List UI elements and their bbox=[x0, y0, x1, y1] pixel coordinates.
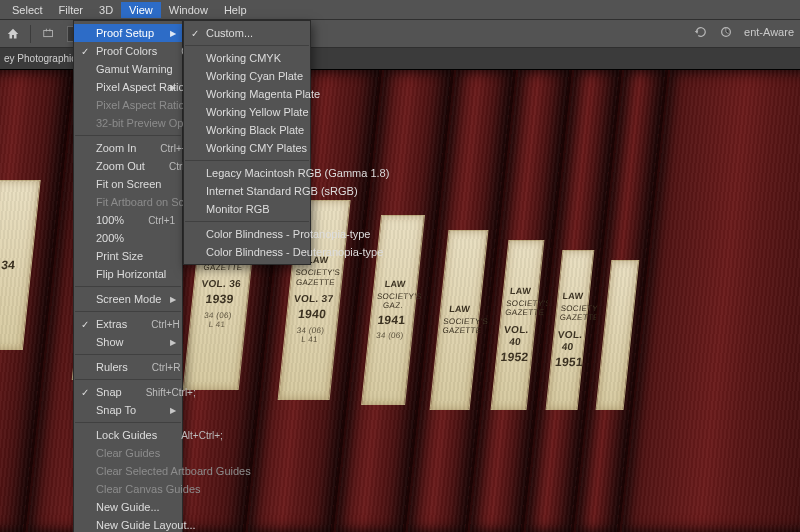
menu-item-label: Legacy Macintosh RGB (Gamma 1.8) bbox=[206, 167, 389, 179]
book-label bbox=[595, 260, 639, 410]
view-menu-item[interactable]: RulersCtrl+R bbox=[74, 358, 182, 376]
menu-item-label: Working Black Plate bbox=[206, 124, 304, 136]
menu-item-label: Clear Canvas Guides bbox=[96, 483, 201, 495]
proof-setup-item[interactable]: Custom... bbox=[184, 24, 310, 42]
menu-separator bbox=[75, 379, 181, 380]
menu-separator bbox=[75, 311, 181, 312]
menu-item-label: Color Blindness - Protanopia-type bbox=[206, 228, 370, 240]
menu-item-label: Monitor RGB bbox=[206, 203, 270, 215]
menu-item-label: Pixel Aspect Ratio bbox=[96, 81, 185, 93]
menubar-item-help[interactable]: Help bbox=[216, 2, 255, 18]
menubar-item-window[interactable]: Window bbox=[161, 2, 216, 18]
menu-item-label: Clear Guides bbox=[96, 447, 160, 459]
svg-rect-0 bbox=[44, 30, 53, 36]
view-menu-item[interactable]: 200% bbox=[74, 229, 182, 247]
book-label: LAWSOCIETY'S GAZ.194134 (06) bbox=[361, 215, 425, 405]
view-menu-item[interactable]: Zoom OutCtrl+- bbox=[74, 157, 182, 175]
view-menu-item[interactable]: Lock GuidesAlt+Ctrl+; bbox=[74, 426, 182, 444]
book-label: LAWSOCIETY'S GAZETTEVOL. 401951 bbox=[545, 250, 594, 410]
proof-setup-item[interactable]: Monitor RGB bbox=[184, 200, 310, 218]
proof-setup-item[interactable]: Working Cyan Plate bbox=[184, 67, 310, 85]
menu-separator bbox=[185, 45, 309, 46]
view-menu-item: Fit Artboard on Screen bbox=[74, 193, 182, 211]
menu-item-label: Color Blindness - Deuteranopia-type bbox=[206, 246, 383, 258]
view-menu-item[interactable]: Snap To bbox=[74, 401, 182, 419]
menu-item-label: Lock Guides bbox=[96, 429, 157, 441]
menu-item-label: Show bbox=[96, 336, 124, 348]
options-bar-right: ent-Aware bbox=[692, 24, 794, 40]
view-menu-item[interactable]: Gamut WarningShift+Ctrl+Y bbox=[74, 60, 182, 78]
view-menu-item[interactable]: Fit on ScreenCtrl+0 bbox=[74, 175, 182, 193]
menubar-item-select[interactable]: Select bbox=[4, 2, 51, 18]
view-menu-item: Pixel Aspect Ratio Correction bbox=[74, 96, 182, 114]
menu-item-label: Fit on Screen bbox=[96, 178, 161, 190]
view-menu-item[interactable]: Show bbox=[74, 333, 182, 351]
menu-separator bbox=[185, 160, 309, 161]
menu-separator bbox=[75, 135, 181, 136]
proof-setup-item[interactable]: Legacy Macintosh RGB (Gamma 1.8) bbox=[184, 164, 310, 182]
view-menu-item[interactable]: Proof ColorsCtrl+Y bbox=[74, 42, 182, 60]
menu-item-label: Working Cyan Plate bbox=[206, 70, 303, 82]
view-menu-item: Clear Selected Artboard Guides bbox=[74, 462, 182, 480]
menu-item-shortcut: Ctrl++ bbox=[136, 143, 187, 154]
menu-item-label: Proof Setup bbox=[96, 27, 154, 39]
menu-item-shortcut: Ctrl+R bbox=[128, 362, 181, 373]
book-label: LAWSOCIETY'S GAZETTEVOL. 401952 bbox=[490, 240, 544, 410]
view-menu: Proof SetupProof ColorsCtrl+YGamut Warni… bbox=[73, 20, 183, 532]
menu-item-shortcut: Shift+Ctrl+; bbox=[122, 387, 196, 398]
mode-label: ent-Aware bbox=[744, 26, 794, 38]
menu-separator bbox=[75, 286, 181, 287]
menu-item-label: Flip Horizontal bbox=[96, 268, 166, 280]
undo-icon[interactable] bbox=[692, 24, 708, 40]
proof-setup-item[interactable]: Color Blindness - Protanopia-type bbox=[184, 225, 310, 243]
menu-separator bbox=[75, 354, 181, 355]
menu-item-shortcut: Ctrl+H bbox=[127, 319, 180, 330]
menu-item-label: Working Magenta Plate bbox=[206, 88, 320, 100]
menu-item-label: Custom... bbox=[206, 27, 253, 39]
patch-icon[interactable] bbox=[41, 26, 57, 42]
menu-item-label: Snap bbox=[96, 386, 122, 398]
view-menu-item[interactable]: New Guide... bbox=[74, 498, 182, 516]
menu-item-shortcut: Alt+Ctrl+; bbox=[157, 430, 223, 441]
view-menu-item[interactable]: Screen Mode bbox=[74, 290, 182, 308]
proof-setup-submenu: Custom...Working CMYKWorking Cyan PlateW… bbox=[183, 20, 311, 265]
menu-item-label: Working Yellow Plate bbox=[206, 106, 309, 118]
view-menu-item[interactable]: Flip Horizontal bbox=[74, 265, 182, 283]
view-menu-item[interactable]: Pixel Aspect Ratio bbox=[74, 78, 182, 96]
proof-setup-item[interactable]: Color Blindness - Deuteranopia-type bbox=[184, 243, 310, 261]
menu-item-label: Screen Mode bbox=[96, 293, 161, 305]
book-label: 34 bbox=[0, 180, 40, 350]
menu-item-label: Proof Colors bbox=[96, 45, 157, 57]
menu-item-label: New Guide Layout... bbox=[96, 519, 196, 531]
proof-setup-item[interactable]: Working Magenta Plate bbox=[184, 85, 310, 103]
view-menu-item[interactable]: Print Size bbox=[74, 247, 182, 265]
proof-setup-item[interactable]: Working CMY Plates bbox=[184, 139, 310, 157]
redo-icon[interactable] bbox=[718, 24, 734, 40]
view-menu-item[interactable]: Proof Setup bbox=[74, 24, 182, 42]
menubar-item-filter[interactable]: Filter bbox=[51, 2, 91, 18]
divider bbox=[30, 25, 31, 43]
book-label: LAWSOCIETY'S GAZETTE bbox=[429, 230, 488, 410]
view-menu-item: 32-bit Preview Options... bbox=[74, 114, 182, 132]
menubar-item-view[interactable]: View bbox=[121, 2, 161, 18]
view-menu-item[interactable]: 100%Ctrl+1 bbox=[74, 211, 182, 229]
menu-item-label: Internet Standard RGB (sRGB) bbox=[206, 185, 358, 197]
view-menu-item[interactable]: Zoom InCtrl++ bbox=[74, 139, 182, 157]
proof-setup-item[interactable]: Internet Standard RGB (sRGB) bbox=[184, 182, 310, 200]
view-menu-item[interactable]: New Guide Layout... bbox=[74, 516, 182, 532]
view-menu-item: Clear Guides bbox=[74, 444, 182, 462]
menu-item-label: Working CMYK bbox=[206, 52, 281, 64]
menu-item-label: 100% bbox=[96, 214, 124, 226]
view-menu-item[interactable]: ExtrasCtrl+H bbox=[74, 315, 182, 333]
proof-setup-item[interactable]: Working Yellow Plate bbox=[184, 103, 310, 121]
menu-separator bbox=[185, 221, 309, 222]
menu-item-label: Rulers bbox=[96, 361, 128, 373]
menu-item-label: Print Size bbox=[96, 250, 143, 262]
menu-item-label: Zoom In bbox=[96, 142, 136, 154]
home-icon[interactable] bbox=[6, 27, 20, 41]
view-menu-item: Clear Canvas Guides bbox=[74, 480, 182, 498]
menubar-item-3d[interactable]: 3D bbox=[91, 2, 121, 18]
view-menu-item[interactable]: SnapShift+Ctrl+; bbox=[74, 383, 182, 401]
proof-setup-item[interactable]: Working Black Plate bbox=[184, 121, 310, 139]
proof-setup-item[interactable]: Working CMYK bbox=[184, 49, 310, 67]
